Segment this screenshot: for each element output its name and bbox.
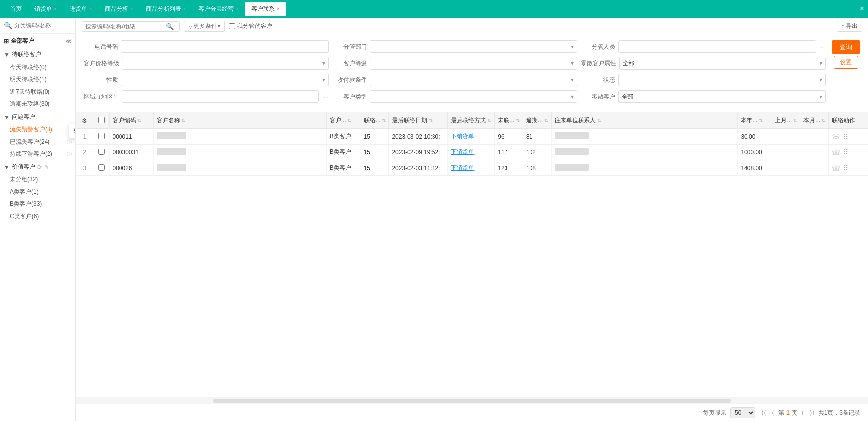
tab-goods-list[interactable]: 商品分析列表 × bbox=[140, 2, 192, 16]
payment-select[interactable]: ▾ bbox=[370, 74, 578, 86]
status-select[interactable]: ▾ bbox=[618, 74, 826, 86]
prev-page-btn[interactable]: ⟨ bbox=[770, 409, 776, 417]
cell-way[interactable]: 下销货单 bbox=[448, 145, 495, 160]
cell-check[interactable] bbox=[94, 160, 109, 176]
manager-more-icon[interactable]: ··· bbox=[821, 43, 826, 50]
more-action-icon[interactable]: ⠿ bbox=[844, 149, 848, 156]
th-person[interactable]: 往来单位联系人 bbox=[551, 112, 738, 129]
sidebar-item-overdue[interactable]: 逾期未联络(30) bbox=[0, 98, 75, 110]
row-checkbox-2[interactable] bbox=[98, 164, 105, 171]
sidebar-item-ungrouped[interactable]: 未分组(32) bbox=[0, 173, 75, 186]
next-page-btn[interactable]: ⟩ bbox=[799, 409, 806, 417]
sidebar-item-churn-warning[interactable]: 流失预警客户(3) ● 90天未交易的客户，可能有流失风险。 bbox=[0, 124, 75, 136]
manager-select[interactable] bbox=[618, 40, 816, 53]
th-overdue[interactable]: 逾期... bbox=[523, 112, 552, 129]
close-customer-layer-icon[interactable]: × bbox=[236, 6, 239, 12]
collapse-icon[interactable]: ≪ bbox=[65, 38, 72, 45]
sidebar-item-tomorrow[interactable]: 明天待联络(1) bbox=[0, 74, 75, 86]
phone-input[interactable] bbox=[121, 40, 329, 53]
my-customers-checkbox[interactable] bbox=[229, 23, 235, 29]
th-lastmonth[interactable]: 上月... bbox=[772, 112, 800, 129]
query-button[interactable]: 查询 bbox=[832, 40, 860, 54]
region-more-icon[interactable]: ··· bbox=[324, 93, 329, 100]
th-code[interactable]: 客户编码 bbox=[109, 112, 153, 129]
th-check[interactable] bbox=[94, 112, 109, 129]
customer-type-select[interactable]: ▾ bbox=[370, 90, 578, 103]
tab-home[interactable]: 首页 bbox=[4, 2, 27, 16]
th-contact[interactable]: 联络... bbox=[361, 112, 389, 129]
first-page-btn[interactable]: ⟨⟨ bbox=[759, 409, 768, 417]
row-checkbox-0[interactable] bbox=[98, 133, 105, 139]
th-thismonth[interactable]: 本月... bbox=[800, 112, 829, 129]
group-problem-header[interactable]: ▼ 问题客户 bbox=[0, 110, 75, 124]
th-way[interactable]: 最后联络方式 bbox=[448, 112, 495, 129]
close-all-btn[interactable]: × bbox=[860, 4, 864, 13]
refresh-icon[interactable]: ⟳ bbox=[37, 164, 42, 171]
customer-level-select[interactable]: ▾ bbox=[370, 57, 578, 70]
my-customers-checkbox-wrap[interactable]: 我分管的客户 bbox=[229, 22, 272, 30]
scrollbar-track[interactable] bbox=[213, 399, 731, 403]
contact-action-icon[interactable]: ☏ bbox=[832, 149, 841, 156]
search-input[interactable] bbox=[85, 23, 164, 30]
close-goods-analysis-icon[interactable]: × bbox=[130, 6, 133, 12]
scattered-attr-select[interactable]: 全部 ▾ bbox=[619, 57, 826, 70]
close-customer-contact-icon[interactable]: × bbox=[277, 6, 280, 12]
sidebar-item-a-class[interactable]: A类客户(1) bbox=[0, 186, 75, 198]
sidebar-item-today[interactable]: 今天待联络(0) bbox=[0, 61, 75, 74]
page-size-select[interactable]: 50 100 bbox=[730, 407, 755, 418]
cell-check[interactable] bbox=[94, 129, 109, 145]
group-value-header[interactable]: ▼ 价值客户 ⟳ ✎ bbox=[0, 160, 75, 173]
settings-button[interactable]: 设置 bbox=[834, 56, 858, 69]
group-pending-header[interactable]: ▼ 待联络客户 bbox=[0, 48, 75, 61]
nature-select[interactable]: ▾ bbox=[121, 74, 329, 86]
top-nav: 首页 销货单 × 进货单 × 商品分析 × 商品分析列表 × 客户分层经营 × … bbox=[0, 0, 868, 18]
th-type[interactable]: 客户... bbox=[326, 112, 361, 129]
export-btn[interactable]: ↑ 导出 bbox=[837, 21, 862, 32]
th-thisyear[interactable]: 本年... bbox=[738, 112, 772, 129]
th-settings[interactable]: ⚙ bbox=[76, 112, 94, 129]
edit-icon[interactable]: ✎ bbox=[44, 164, 49, 171]
tab-sales[interactable]: 销货单 × bbox=[28, 2, 63, 16]
tab-goods-analysis[interactable]: 商品分析 × bbox=[99, 2, 139, 16]
sidebar-item-c-class[interactable]: C类客户(6) bbox=[0, 210, 75, 223]
search-button[interactable]: 🔍 bbox=[166, 23, 174, 30]
filter-panel: 电话号码 分管部门 ▾ 分管人员 bbox=[76, 35, 868, 112]
contact-action-icon[interactable]: ☏ bbox=[832, 133, 841, 141]
settings-gear-icon[interactable]: ⚙ bbox=[82, 117, 87, 124]
cell-thismonth bbox=[800, 145, 829, 160]
region-input[interactable] bbox=[122, 90, 319, 103]
scattered-attr-label: 零散客户属性 bbox=[581, 59, 616, 68]
th-date[interactable]: 最后联络日期 bbox=[389, 112, 448, 129]
cell-way[interactable]: 下销货单 bbox=[448, 129, 495, 145]
scattered-select[interactable]: 全部 ▾ bbox=[618, 90, 826, 103]
cell-check[interactable] bbox=[94, 145, 109, 160]
filter-customer-level: 客户等级 ▾ bbox=[333, 57, 578, 70]
region-label: 区域（地区） bbox=[84, 93, 119, 101]
dept-select[interactable]: ▾ bbox=[370, 40, 578, 53]
price-level-select[interactable]: ▾ bbox=[122, 57, 329, 70]
sidebar-item-7days[interactable]: 近7天待联络(0) bbox=[0, 86, 75, 98]
horizontal-scrollbar[interactable] bbox=[76, 397, 868, 404]
sidebar-item-churned[interactable]: 已流失客户(24) ⓘ bbox=[0, 136, 75, 148]
more-conditions-btn[interactable]: ▽ 更多条件 ▾ bbox=[184, 21, 225, 32]
select-all-checkbox[interactable] bbox=[98, 117, 105, 123]
sidebar-search-input[interactable] bbox=[14, 22, 76, 29]
close-goods-list-icon[interactable]: × bbox=[183, 6, 186, 12]
tab-purchase[interactable]: 进货单 × bbox=[64, 2, 98, 16]
tab-customer-layer[interactable]: 客户分层经营 × bbox=[193, 2, 244, 16]
th-uncontact[interactable]: 未联... bbox=[495, 112, 523, 129]
last-page-btn[interactable]: ⟩⟩ bbox=[808, 409, 817, 417]
sidebar-item-b-class[interactable]: B类客户(33) bbox=[0, 198, 75, 210]
sidebar-item-declining[interactable]: 持续下滑客户(2) ⓘ bbox=[0, 148, 75, 160]
cell-way[interactable]: 下销货单 bbox=[448, 160, 495, 176]
more-action-icon[interactable]: ⠿ bbox=[844, 133, 848, 141]
more-action-icon[interactable]: ⠿ bbox=[844, 164, 848, 172]
tab-customer-contact[interactable]: 客户联系 × bbox=[245, 2, 286, 16]
row-checkbox-1[interactable] bbox=[98, 149, 105, 155]
close-sales-icon[interactable]: × bbox=[54, 6, 57, 12]
table-header-row: ⚙ 客户编码 客户名称 客户... 联络... 最后联络日期 最后联络方式 未联… bbox=[76, 112, 868, 129]
close-purchase-icon[interactable]: × bbox=[89, 6, 92, 12]
contact-action-icon[interactable]: ☏ bbox=[832, 164, 841, 172]
sidebar-all-customers[interactable]: ⊞ 全部客户 ≪ bbox=[0, 34, 75, 48]
th-name[interactable]: 客户名称 bbox=[153, 112, 326, 129]
